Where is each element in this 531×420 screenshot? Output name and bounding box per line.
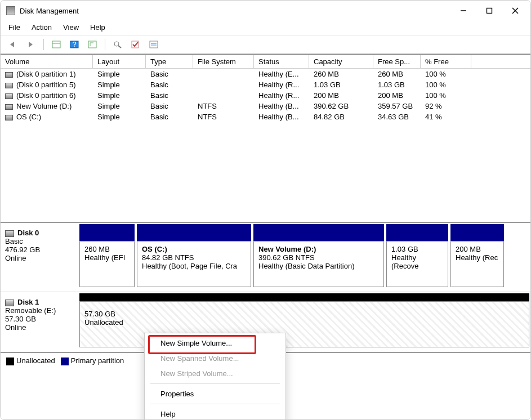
cell: 92 %: [421, 101, 471, 111]
column-type[interactable]: Type: [146, 55, 193, 68]
disk-label: Disk 1: [17, 298, 39, 306]
cell: 260 MB: [309, 69, 373, 79]
partition-size: 260 MB: [84, 245, 130, 253]
column-free[interactable]: Free Sp...: [373, 55, 421, 68]
view-icon[interactable]: [50, 38, 63, 51]
cell: [193, 69, 254, 79]
partition-box[interactable]: OS (C:)84.82 GB NTFSHealthy (Boot, Page …: [137, 241, 251, 287]
minimize-button[interactable]: [450, 2, 476, 20]
cell: Healthy (B...: [254, 111, 309, 122]
disk-status: Online: [5, 254, 74, 262]
cell: 359.57 GB: [373, 101, 421, 111]
menu-item-new-simple-volume[interactable]: New Simple Volume...: [145, 336, 285, 351]
cell: 200 MB: [309, 90, 373, 101]
cell: 41 %: [421, 111, 471, 122]
column-layout[interactable]: Layout: [93, 55, 146, 68]
title-bar: Disk Management: [1, 1, 530, 21]
partition-size: 200 MB: [456, 245, 499, 253]
legend-label: Unallocated: [16, 356, 55, 365]
volume-row[interactable]: (Disk 0 partition 6) Simple Basic Health…: [1, 90, 530, 101]
refresh-icon[interactable]: [86, 38, 99, 51]
disk-type: Removable (E:): [5, 306, 74, 315]
menu-item-new-striped-volume: New Striped Volume...: [145, 366, 285, 381]
cell: Basic: [146, 69, 193, 79]
cell: Healthy (B...: [254, 101, 309, 111]
partition-size: 390.62 GB NTFS: [258, 253, 379, 262]
cell: 84.82 GB: [309, 111, 373, 122]
menu-file[interactable]: File: [8, 23, 20, 32]
window-title: Disk Management: [20, 7, 450, 15]
volume-name: (Disk 0 partition 1): [16, 70, 75, 78]
partition-box-row: 260 MBHealthy (EFI OS (C:)84.82 GB NTFSH…: [79, 241, 529, 287]
menu-item-properties[interactable]: Properties: [145, 386, 285, 401]
cell: NTFS: [193, 111, 254, 122]
menu-view[interactable]: View: [63, 23, 79, 32]
volume-row[interactable]: New Volume (D:) Simple Basic NTFS Health…: [1, 101, 530, 111]
partition-size: 1.03 GB: [391, 245, 443, 253]
partition-status: Healthy (Recove: [391, 253, 443, 270]
forward-button[interactable]: [24, 38, 38, 51]
partition-status: Unallocated: [84, 318, 524, 327]
volume-list-body: (Disk 0 partition 1) Simple Basic Health…: [1, 69, 530, 222]
volume-row[interactable]: (Disk 0 partition 1) Simple Basic Health…: [1, 69, 530, 79]
svg-rect-4: [52, 41, 60, 48]
svg-rect-1: [487, 8, 492, 14]
partition-status: Healthy (Boot, Page File, Cra: [142, 262, 246, 270]
volume-row[interactable]: OS (C:) Simple Basic NTFS Healthy (B... …: [1, 111, 530, 122]
partition-header-strip: [79, 224, 529, 241]
search-icon[interactable]: [111, 38, 124, 51]
menu-bar: File Action View Help: [1, 21, 530, 35]
partition-box[interactable]: 260 MBHealthy (EFI: [79, 241, 135, 287]
column-capacity[interactable]: Capacity: [309, 55, 373, 68]
disk-partitions: 260 MBHealthy (EFI OS (C:)84.82 GB NTFSH…: [78, 223, 530, 292]
back-button[interactable]: [6, 38, 20, 51]
cell: [193, 90, 254, 101]
partition-title: OS (C:): [142, 245, 246, 253]
partition-box[interactable]: 200 MBHealthy (Rec: [450, 241, 504, 287]
partition-head: [253, 224, 384, 241]
column-pct[interactable]: % Free: [421, 55, 471, 68]
drive-icon: [5, 104, 13, 110]
legend-swatch-primary: [61, 358, 69, 365]
svg-point-9: [114, 42, 119, 46]
partition-head: [137, 224, 251, 241]
close-button[interactable]: [502, 2, 528, 20]
menu-action[interactable]: Action: [32, 23, 52, 32]
partition-head: [386, 224, 448, 241]
cell: 1.03 GB: [373, 79, 421, 90]
cell: Simple: [93, 101, 146, 111]
cell: [193, 79, 254, 90]
disk-info[interactable]: Disk 0 Basic 476.92 GB Online: [1, 223, 78, 292]
toolbar-separator: [43, 39, 44, 50]
cell: Simple: [93, 90, 146, 101]
cell: Healthy (R...: [254, 79, 309, 90]
disk-size: 57.30 GB: [5, 315, 74, 323]
toolbar-separator: [105, 39, 105, 50]
menu-item-new-spanned-volume: New Spanned Volume...: [145, 351, 285, 366]
cell: Healthy (R...: [254, 90, 309, 101]
cell: Basic: [146, 101, 193, 111]
partition-box[interactable]: 1.03 GBHealthy (Recove: [386, 241, 448, 287]
list-icon[interactable]: [147, 38, 160, 51]
menu-item-help[interactable]: Help: [145, 406, 285, 420]
menu-help[interactable]: Help: [90, 23, 105, 32]
cell: Basic: [146, 90, 193, 101]
disk-row: Disk 0 Basic 476.92 GB Online 260 MBHeal…: [1, 223, 530, 292]
column-status[interactable]: Status: [254, 55, 309, 68]
volume-name: (Disk 0 partition 6): [16, 91, 75, 100]
help-icon[interactable]: ?: [68, 38, 81, 51]
column-volume[interactable]: Volume: [1, 55, 93, 68]
cell: 34.63 GB: [373, 111, 421, 122]
maximize-button[interactable]: [476, 2, 502, 20]
disk-icon: [5, 230, 14, 237]
cell: Simple: [93, 69, 146, 79]
toolbar: ?: [1, 35, 530, 54]
menu-separator: [150, 383, 280, 384]
disk-status: Online: [5, 323, 74, 332]
disk-info[interactable]: Disk 1 Removable (E:) 57.30 GB Online: [1, 292, 78, 352]
column-filesystem[interactable]: File System: [193, 55, 254, 68]
partition-box[interactable]: New Volume (D:)390.62 GB NTFSHealthy (Ba…: [253, 241, 384, 287]
drive-icon: [5, 72, 13, 78]
check-icon[interactable]: [129, 38, 142, 51]
volume-row[interactable]: (Disk 0 partition 5) Simple Basic Health…: [1, 79, 530, 90]
